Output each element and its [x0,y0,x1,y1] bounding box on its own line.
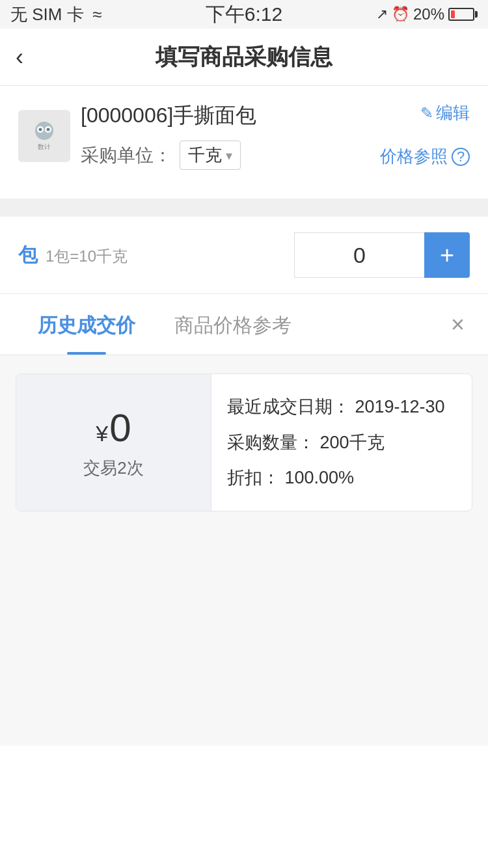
quantity-plus-button[interactable]: + [424,232,470,278]
tabs-items: 历史成交价 商品价格参考 [18,294,311,355]
close-button[interactable]: × [446,306,470,344]
trade-count: 交易2次 [83,457,143,480]
unit-value: 千克 [188,144,222,167]
page-title: 填写商品采购信息 [156,42,332,72]
recent-date-value: 2019-12-30 [355,397,445,416]
battery-percent: 20% [413,5,444,23]
quantity-label: 采购数量： [227,433,315,452]
section-divider [0,210,488,217]
wifi-icon: ≈ [92,5,102,24]
quantity-input[interactable]: 0 [294,232,424,278]
tab-history-price[interactable]: 历史成交价 [18,294,155,355]
quantity-unit: 包 [18,242,38,269]
status-sim-wifi: 无 SIM 卡 ≈ [10,3,102,26]
tab-content: ¥ 0 交易2次 最近成交日期： 2019-12-30 采购数量： 200千克 … [0,355,488,746]
product-header: 数计 [0000006]手撕面包 采购单位： 千克 ▾ ✎ 编辑 [18,102,470,170]
product-unit-row: 采购单位： 千克 ▾ [81,141,256,170]
quantity-conversion: 1包=10千克 [46,246,128,267]
recent-date-row: 最近成交日期： 2019-12-30 [227,394,456,420]
product-image: 数计 [18,110,70,162]
product-left: 数计 [0000006]手撕面包 采购单位： 千克 ▾ [18,102,256,170]
status-bar: 无 SIM 卡 ≈ 下午6:12 ↗ ⏰ 20% [0,0,488,29]
quantity-detail-value: 200千克 [320,433,385,452]
edit-icon: ✎ [420,104,433,122]
quantity-input-row: 0 + [294,232,470,278]
recent-date-label: 最近成交日期： [227,397,350,416]
bottom-fill [0,746,488,868]
product-section: 数计 [0000006]手撕面包 采购单位： 千克 ▾ ✎ 编辑 [0,86,488,198]
discount-value: 100.00% [285,468,355,487]
back-button[interactable]: ‹ [16,44,23,71]
currency-symbol: ¥ [96,421,108,446]
tabs-header: 历史成交价 商品价格参考 × [0,294,488,355]
nav-bar: ‹ 填写商品采购信息 [0,29,488,86]
product-name: [0000006]手撕面包 [81,102,256,130]
price-value: 0 [109,405,131,450]
battery-icon [448,8,478,21]
sim-text: 无 SIM 卡 [10,5,84,24]
tab-product-price-ref[interactable]: 商品价格参考 [155,294,311,355]
svg-point-3 [39,128,42,131]
quantity-left: 包 1包=10千克 [18,242,128,269]
product-right-col: ✎ 编辑 价格参照 ? [380,102,470,168]
tabs-section: 历史成交价 商品价格参考 × ¥ 0 交易2次 最近成交日期： 2019-12-… [0,293,488,746]
unit-label: 采购单位： [81,143,172,168]
svg-point-4 [47,128,50,131]
history-price: ¥ 0 [96,405,131,450]
discount-label: 折扣： [227,468,280,487]
history-card: ¥ 0 交易2次 最近成交日期： 2019-12-30 采购数量： 200千克 … [16,373,472,511]
quantity-section: 包 1包=10千克 0 + [0,217,488,293]
quantity-row: 采购数量： 200千克 [227,429,456,456]
edit-button[interactable]: ✎ 编辑 [420,102,470,124]
status-right-group: ↗ ⏰ 20% [376,5,478,23]
unit-select[interactable]: 千克 ▾ [180,141,241,170]
history-right-panel: 最近成交日期： 2019-12-30 采购数量： 200千克 折扣： 100.0… [211,374,472,511]
svg-text:数计: 数计 [38,143,51,150]
quantity-value: 0 [353,243,366,268]
history-left-panel: ¥ 0 交易2次 [16,374,211,511]
status-time: 下午6:12 [206,1,282,28]
product-info: [0000006]手撕面包 采购单位： 千克 ▾ [81,102,256,170]
chevron-down-icon: ▾ [226,148,232,163]
location-icon: ↗ [376,6,388,23]
price-ref-button[interactable]: 价格参照 ? [380,145,470,168]
discount-row: 折扣： 100.00% [227,465,456,491]
plus-icon: + [440,241,454,269]
help-icon: ? [452,148,470,166]
alarm-icon: ⏰ [392,6,409,23]
